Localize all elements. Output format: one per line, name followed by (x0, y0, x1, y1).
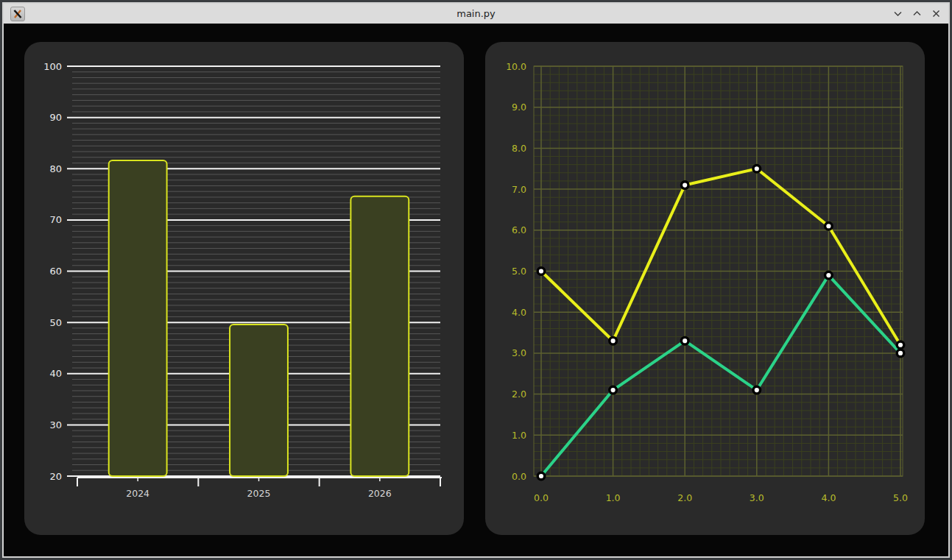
window-controls (892, 4, 942, 24)
bar-y-tick-label: 40 (49, 368, 62, 379)
line-chart: 0.01.02.03.04.05.06.07.08.09.010.00.01.0… (485, 42, 925, 535)
line-y-tick-label: 0.0 (512, 471, 526, 482)
x11-logo-icon (13, 9, 23, 19)
line-y-tick-label: 5.0 (512, 266, 526, 277)
green-series-marker (753, 386, 761, 394)
line-x-tick-label: 0.0 (534, 492, 549, 503)
window-frame: main.py (2, 2, 950, 558)
bar-y-tick-label: 50 (49, 317, 62, 328)
yellow-series-marker (681, 182, 688, 189)
green-series-marker (825, 272, 833, 279)
green-series-marker (897, 350, 904, 357)
bar-y-tick-label: 20 (49, 471, 62, 482)
line-y-tick-label: 4.0 (512, 307, 526, 318)
line-y-tick-label: 8.0 (512, 143, 526, 154)
yellow-series-marker (825, 222, 833, 230)
chevron-down-icon (893, 9, 903, 18)
bar-2026 (350, 196, 409, 476)
bar-category-label: 2025 (247, 488, 271, 499)
green-series-marker (537, 472, 545, 480)
line-x-tick-label: 5.0 (893, 492, 908, 503)
close-icon (931, 9, 941, 18)
bar-y-tick-label: 90 (49, 112, 62, 123)
bar-y-tick-label: 100 (43, 61, 62, 72)
bar-chart-panel: 2030405060708090100202420252026 (24, 42, 464, 535)
yellow-series-marker (610, 337, 617, 344)
green-series-marker (610, 386, 617, 394)
yellow-series-marker (897, 341, 904, 349)
bar-y-tick-label: 80 (49, 163, 62, 174)
bar-category-label: 2026 (368, 488, 392, 499)
green-series-marker (681, 337, 688, 344)
minimize-button[interactable] (892, 7, 904, 20)
maximize-button[interactable] (911, 7, 923, 20)
x11-app-icon[interactable] (10, 7, 25, 21)
chevron-up-icon (912, 9, 922, 18)
line-y-tick-label: 7.0 (512, 184, 526, 195)
line-y-tick-label: 9.0 (512, 102, 526, 113)
line-chart-panel: 0.01.02.03.04.05.06.07.08.09.010.00.01.0… (485, 42, 925, 535)
yellow-series-marker (753, 165, 761, 172)
app-window: main.py (0, 0, 952, 560)
line-x-tick-label: 2.0 (677, 492, 692, 503)
line-x-tick-label: 3.0 (750, 492, 764, 503)
line-x-tick-label: 1.0 (606, 492, 621, 503)
line-chart-gridlines (534, 66, 903, 476)
line-y-tick-label: 2.0 (512, 389, 526, 400)
titlebar[interactable]: main.py (4, 4, 948, 24)
bar-2025 (230, 325, 288, 476)
bar-y-tick-label: 30 (49, 419, 62, 430)
bar-2024 (109, 160, 167, 476)
bar-category-label: 2024 (126, 488, 149, 499)
bar-chart: 2030405060708090100202420252026 (24, 42, 464, 535)
line-y-tick-label: 10.0 (506, 61, 526, 72)
bar-y-tick-label: 70 (49, 214, 62, 225)
line-y-tick-label: 6.0 (512, 224, 526, 235)
bar-y-tick-label: 60 (49, 266, 62, 277)
window-content: 2030405060708090100202420252026 0.01.02.… (4, 24, 948, 556)
line-x-tick-label: 4.0 (821, 492, 836, 503)
close-button[interactable] (930, 7, 942, 20)
line-y-tick-label: 3.0 (512, 347, 526, 358)
yellow-series-marker (537, 268, 545, 275)
line-y-tick-label: 1.0 (512, 430, 526, 441)
window-title: main.py (4, 8, 948, 19)
